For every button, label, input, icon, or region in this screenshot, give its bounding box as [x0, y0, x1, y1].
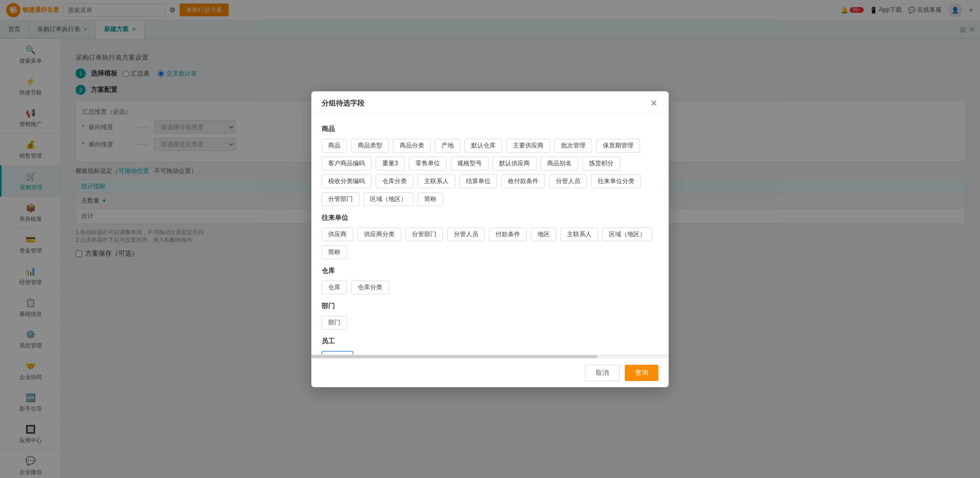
dialog-cancel-btn[interactable]: 取消: [585, 365, 620, 381]
dialog-hscroll[interactable]: [311, 355, 669, 358]
field-payment-terms2[interactable]: 付款条件: [489, 228, 527, 241]
field-region[interactable]: 区域（地区）: [363, 192, 413, 206]
section-employee: 员工 业务员: [322, 337, 658, 355]
field-product-category[interactable]: 商品分类: [393, 139, 431, 153]
section-product: 商品 商品 商品类型 商品分类 产地 默认仓库 主要供应商 批次管理 保质期管理…: [322, 124, 658, 206]
field-customer-code[interactable]: 客户商品编码: [322, 157, 372, 170]
field-weight[interactable]: 重量3: [376, 157, 405, 170]
field-dept[interactable]: 分管部门: [322, 192, 359, 206]
section-dept: 部门 部门: [322, 301, 658, 330]
field-main-contact[interactable]: 主联系人: [418, 174, 455, 188]
field-warehouse-cat[interactable]: 仓库分类: [351, 281, 389, 294]
field-product-type[interactable]: 商品类型: [351, 139, 389, 153]
field-origin[interactable]: 产地: [435, 139, 460, 153]
field-pick-points[interactable]: 拣货积分: [582, 157, 620, 170]
dialog-footer: 取消 查询: [311, 358, 669, 387]
field-dept3[interactable]: 部门: [322, 316, 347, 330]
field-supplier-category[interactable]: 供应商分类: [357, 228, 401, 241]
field-region2[interactable]: 地区: [531, 228, 556, 241]
field-supervisor[interactable]: 分管人员: [549, 174, 587, 188]
employee-fields: 业务员: [322, 351, 658, 355]
field-batch-mgmt[interactable]: 批次管理: [554, 139, 592, 153]
field-default-supplier[interactable]: 默认供应商: [493, 157, 536, 170]
counterpart-fields: 供应商 供应商分类 分管部门 分管人员 付款条件 地区 主联系人 区域（地区） …: [322, 228, 658, 259]
field-tax-code[interactable]: 税收分类编码: [322, 174, 372, 188]
field-retail-unit[interactable]: 零售单位: [409, 157, 447, 170]
product-fields: 商品 商品类型 商品分类 产地 默认仓库 主要供应商 批次管理 保质期管理 客户…: [322, 139, 658, 206]
section-counterpart-title: 往来单位: [322, 213, 658, 222]
field-main-supplier[interactable]: 主要供应商: [506, 139, 550, 153]
field-short-name[interactable]: 简称: [418, 192, 443, 206]
section-counterpart: 往来单位 供应商 供应商分类 分管部门 分管人员 付款条件 地区 主联系人 区域…: [322, 213, 658, 259]
dialog-close-btn[interactable]: ✕: [648, 98, 658, 109]
field-default-warehouse[interactable]: 默认仓库: [464, 139, 502, 153]
warehouse-fields: 仓库 仓库分类: [322, 281, 658, 294]
field-salesperson[interactable]: 业务员: [322, 351, 353, 355]
field-settlement-unit[interactable]: 结算单位: [459, 174, 497, 188]
modal-overlay: 分组待选字段 ✕ 商品 商品 商品类型 商品分类 产地 默认仓库 主要供应商 批…: [0, 0, 980, 478]
dialog-body: 商品 商品 商品类型 商品分类 产地 默认仓库 主要供应商 批次管理 保质期管理…: [311, 114, 669, 355]
section-dept-title: 部门: [322, 301, 658, 311]
field-area2[interactable]: 区域（地区）: [602, 228, 652, 241]
field-warehouse[interactable]: 仓库: [322, 281, 347, 294]
section-warehouse: 仓库 仓库 仓库分类: [322, 266, 658, 294]
field-counterpart-category[interactable]: 往来单位分类: [591, 174, 641, 188]
field-payment-terms[interactable]: 收付款条件: [501, 174, 545, 188]
section-warehouse-title: 仓库: [322, 266, 658, 275]
section-product-title: 商品: [322, 124, 658, 134]
section-employee-title: 员工: [322, 337, 658, 346]
field-shelf-life[interactable]: 保质期管理: [596, 139, 640, 153]
dialog-hscroll-thumb: [311, 355, 597, 358]
field-main-contact2[interactable]: 主联系人: [560, 228, 598, 241]
field-supplier[interactable]: 供应商: [322, 228, 353, 241]
dialog-confirm-btn[interactable]: 查询: [625, 365, 658, 381]
field-warehouse-category[interactable]: 仓库分类: [376, 174, 413, 188]
field-dept2[interactable]: 分管部门: [405, 228, 443, 241]
field-product[interactable]: 商品: [322, 139, 347, 153]
field-supervisor2[interactable]: 分管人员: [447, 228, 485, 241]
dept-fields: 部门: [322, 316, 658, 330]
field-short-name2[interactable]: 简称: [322, 245, 347, 259]
field-spec-model[interactable]: 规格型号: [451, 157, 488, 170]
dialog-title: 分组待选字段: [322, 99, 364, 108]
dialog: 分组待选字段 ✕ 商品 商品 商品类型 商品分类 产地 默认仓库 主要供应商 批…: [311, 91, 669, 387]
dialog-header: 分组待选字段 ✕: [311, 91, 669, 114]
field-product-alias[interactable]: 商品别名: [541, 157, 578, 170]
